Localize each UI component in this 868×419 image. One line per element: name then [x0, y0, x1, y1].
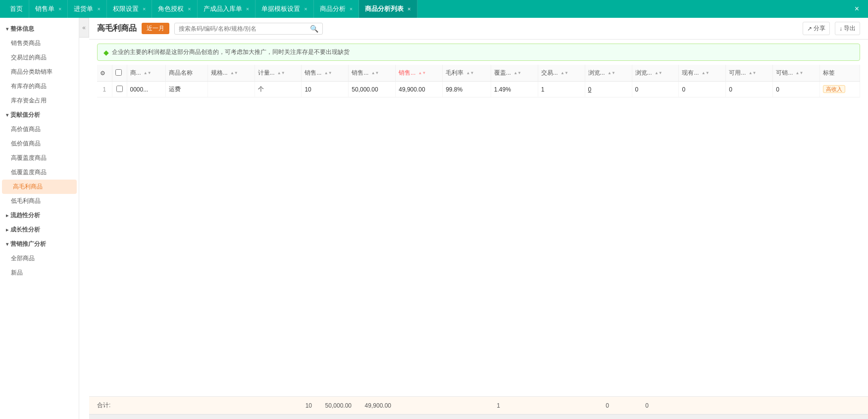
close-tab-role[interactable]: ×: [188, 6, 191, 12]
arrow-marketing: ▾: [6, 241, 8, 247]
sort-current[interactable]: ▲▼: [702, 71, 710, 75]
content-header: 高毛利商品 近一月 🔍 ↗ 分享 ↓ 导出: [89, 18, 868, 40]
sort-browse2[interactable]: ▲▼: [655, 71, 663, 75]
row-coverage: 1.49%: [491, 82, 538, 97]
page-title: 高毛利商品: [97, 23, 137, 34]
col-gross-rate: 毛利率 ▲▼: [443, 65, 491, 82]
close-tab-template[interactable]: ×: [304, 6, 307, 12]
export-button[interactable]: ↓ 导出: [835, 22, 860, 35]
collapse-icon: «: [82, 24, 86, 31]
close-tab-analysis-list[interactable]: ×: [408, 6, 410, 12]
sort-code[interactable]: ▲▼: [144, 71, 152, 75]
nav-tab-template[interactable]: 单据模板设置 ×: [255, 0, 313, 18]
horizontal-scrollbar[interactable]: [89, 414, 868, 419]
sort-sales3[interactable]: ▲▼: [418, 71, 426, 75]
sidebar-item-new-goods[interactable]: 新品: [0, 266, 79, 280]
close-tab-analysis[interactable]: ×: [350, 6, 353, 12]
row-tag: 高收入: [820, 82, 860, 97]
row-code: 0000...: [127, 82, 165, 97]
nav-tab-product-in[interactable]: 产成品入库单 ×: [198, 0, 255, 18]
row-saleable: 0: [773, 82, 820, 97]
tag-badge: 高收入: [823, 85, 845, 93]
col-current: 现有... ▲▼: [679, 65, 726, 82]
sidebar-item-high-margin[interactable]: 高毛利商品: [2, 180, 77, 194]
sidebar-item-stock-capital[interactable]: 库存资金占用: [0, 93, 79, 108]
nav-tab-home[interactable]: 首页: [4, 0, 29, 18]
sidebar-item-traded-goods[interactable]: 交易过的商品: [0, 50, 79, 65]
sort-unit[interactable]: ▲▼: [277, 71, 285, 75]
row-sales2: 50,000.00: [349, 82, 396, 97]
col-saleable: 可销... ▲▼: [773, 65, 820, 82]
info-banner: ◆ 企业的主要的利润都是这部分商品创造的，可考虑加大推广，同时关注库存是不要出现…: [97, 44, 860, 61]
info-text: 企业的主要的利润都是这部分商品创造的，可考虑加大推广，同时关注库存是不要出现缺货: [112, 48, 350, 56]
col-settings[interactable]: ⚙: [97, 65, 112, 82]
sidebar-item-all-goods[interactable]: 全部商品: [0, 251, 79, 266]
sidebar-item-high-coverage[interactable]: 高覆盖度商品: [0, 151, 79, 165]
sidebar-item-high-value[interactable]: 高价值商品: [0, 122, 79, 137]
sort-browse1[interactable]: ▲▼: [608, 71, 615, 75]
browse1-link[interactable]: 0: [588, 86, 592, 93]
nav-tab-purchase[interactable]: 进货单 ×: [68, 0, 106, 18]
sidebar-collapse-button[interactable]: «: [79, 18, 89, 38]
sidebar-group-trend[interactable]: ▸ 流趋性分析: [0, 208, 79, 223]
select-all-checkbox[interactable]: [115, 69, 122, 76]
row-sales1: 10: [302, 82, 349, 97]
sidebar-item-low-margin[interactable]: 低毛利商品: [0, 194, 79, 208]
col-code: 商... ▲▼: [127, 65, 165, 82]
sidebar-item-sales-goods[interactable]: 销售类商品: [0, 36, 79, 50]
nav-tab-analysis-list[interactable]: 商品分析列表 ×: [359, 0, 417, 18]
sort-available[interactable]: ▲▼: [749, 71, 757, 75]
row-browse2: 0: [632, 82, 679, 97]
settings-icon[interactable]: ⚙: [100, 70, 105, 77]
sidebar-group-marketing[interactable]: ▾ 营销推广分析: [0, 237, 79, 251]
sort-sales2[interactable]: ▲▼: [371, 71, 379, 75]
col-sales2: 销售... ▲▼: [349, 65, 396, 82]
sort-coverage[interactable]: ▲▼: [513, 71, 521, 75]
row-transaction: 1: [538, 82, 585, 97]
arrow-overall: ▾: [6, 26, 8, 32]
col-transaction: 交易... ▲▼: [538, 65, 585, 82]
sidebar-group-contribution[interactable]: ▾ 贡献值分析: [0, 108, 79, 122]
search-icon[interactable]: 🔍: [310, 25, 318, 33]
sort-gross-rate[interactable]: ▲▼: [466, 71, 474, 75]
nav-tab-analysis[interactable]: 商品分析 ×: [314, 0, 359, 18]
close-tab-purchase[interactable]: ×: [97, 6, 100, 12]
search-input[interactable]: [179, 25, 308, 32]
arrow-contribution: ▾: [6, 112, 8, 118]
export-icon: ↓: [839, 25, 842, 32]
col-checkbox: [112, 65, 127, 82]
window-close-button[interactable]: ×: [850, 4, 864, 13]
sidebar-item-low-coverage[interactable]: 低覆盖度商品: [0, 165, 79, 180]
col-sales3: 销售... ▲▼: [396, 65, 443, 82]
sidebar-group-growth[interactable]: ▸ 成长性分析: [0, 223, 79, 237]
sidebar-group-overall[interactable]: ▾ 整体信息: [0, 22, 79, 36]
time-filter-button[interactable]: 近一月: [142, 23, 169, 34]
sort-sales1[interactable]: ▲▼: [324, 71, 332, 75]
share-button[interactable]: ↗ 分享: [803, 22, 830, 35]
close-tab-product-in[interactable]: ×: [246, 6, 249, 12]
content-area: 高毛利商品 近一月 🔍 ↗ 分享 ↓ 导出 ◆ 企业的主要的利润都是这部分商品创…: [89, 18, 868, 419]
row-sales3: 49,900.00: [396, 82, 443, 97]
close-tab-permission[interactable]: ×: [143, 6, 146, 12]
table-wrapper: ⚙ 商... ▲▼ 商品名称 规格...: [89, 65, 868, 396]
footer-sales3: 49,900.00: [355, 402, 394, 409]
col-coverage: 覆盖... ▲▼: [491, 65, 538, 82]
nav-tab-permission[interactable]: 权限设置 ×: [107, 0, 152, 18]
sidebar-item-low-value[interactable]: 低价值商品: [0, 137, 79, 151]
sort-spec[interactable]: ▲▼: [230, 71, 238, 75]
sidebar-item-in-stock[interactable]: 有库存的商品: [0, 79, 79, 93]
arrow-trend: ▸: [6, 213, 8, 218]
table-row: 1 0000... 运费: [97, 82, 860, 97]
row-spec: [207, 82, 255, 97]
close-tab-sales[interactable]: ×: [58, 6, 61, 12]
sort-saleable[interactable]: ▲▼: [796, 71, 804, 75]
nav-tab-sales[interactable]: 销售单 ×: [29, 0, 68, 18]
top-navigation: 首页 销售单 × 进货单 × 权限设置 × 角色授权 × 产成品入库单 × 单据…: [0, 0, 868, 18]
sidebar-item-category-rate[interactable]: 商品分类助销率: [0, 65, 79, 79]
nav-tab-role[interactable]: 角色授权 ×: [152, 0, 197, 18]
row-available: 0: [726, 82, 773, 97]
data-table: ⚙ 商... ▲▼ 商品名称 规格...: [97, 65, 860, 97]
row-checkbox[interactable]: [116, 86, 123, 92]
row-gross-rate: 99.8%: [443, 82, 491, 97]
sort-transaction[interactable]: ▲▼: [561, 71, 568, 75]
